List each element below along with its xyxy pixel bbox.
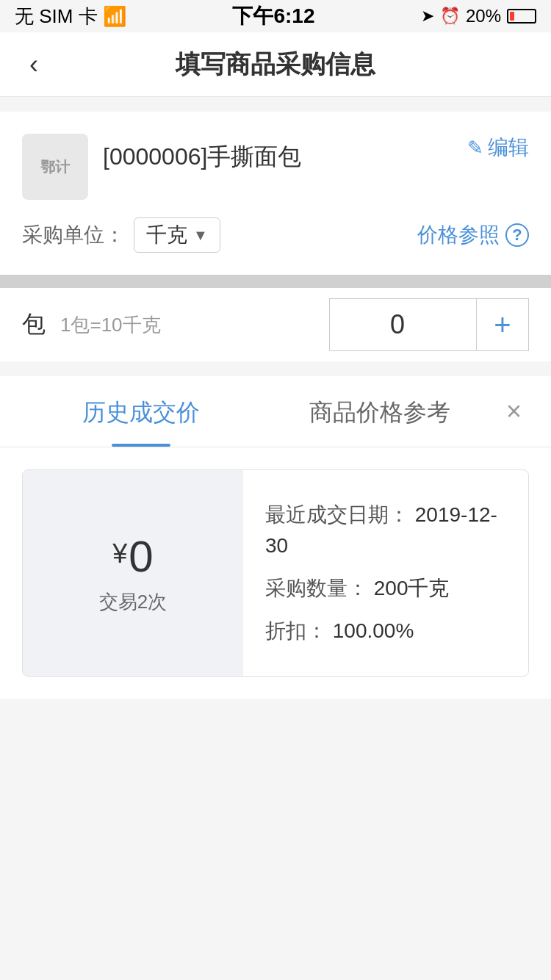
recent-date-label: 最近成交日期：: [265, 503, 409, 526]
price-trades: 交易2次: [99, 589, 167, 615]
status-carrier: 无 SIM 卡 📶: [15, 4, 126, 29]
status-right-group: ➤ ⏰ 20%: [421, 6, 536, 26]
tabs-header: 历史成交价 商品价格参考 ×: [0, 376, 551, 447]
plus-icon: +: [494, 309, 511, 342]
unit-label: 采购单位：: [22, 221, 125, 249]
back-icon: ‹: [29, 49, 38, 79]
unit-selector[interactable]: 千克 ▼: [134, 217, 220, 253]
back-button[interactable]: ‹: [22, 42, 46, 87]
battery-icon: [507, 9, 536, 24]
discount-value: 100.00%: [333, 619, 414, 642]
price-ref-help-icon: ?: [505, 223, 529, 247]
edit-button[interactable]: ✎ 编辑: [467, 134, 529, 162]
quantity-label: 采购数量：: [265, 577, 368, 599]
product-info: 鄂计 [0000006]手撕面包: [22, 134, 301, 200]
discount-row: 折扣： 100.00%: [265, 616, 506, 646]
tab-reference-label: 商品价格参考: [309, 399, 450, 425]
quantity-control: +: [329, 298, 529, 351]
product-unit-row: 采购单位： 千克 ▼ 价格参照 ?: [22, 217, 529, 253]
alarm-icon: ⏰: [440, 7, 460, 26]
currency-symbol: ¥: [112, 538, 127, 569]
tabs-section: 历史成交价 商品价格参考 × ¥ 0 交易2次 最近成交日期： 2019-12-…: [0, 376, 551, 699]
section-divider: [0, 275, 551, 288]
purchase-quantity-row: 采购数量： 200千克: [265, 573, 506, 604]
edit-label: 编辑: [488, 134, 529, 162]
product-avatar: 鄂计: [22, 134, 88, 200]
close-icon: ×: [506, 396, 522, 426]
price-amount: ¥ 0: [112, 531, 153, 582]
unit-value: 千克: [146, 221, 187, 249]
unit-conversion: 1包=10千克: [60, 312, 161, 338]
edit-icon: ✎: [467, 137, 483, 159]
quantity-row: 包 1包=10千克 +: [0, 288, 551, 361]
discount-label: 折扣：: [265, 619, 327, 642]
battery-percent: 20%: [466, 6, 501, 26]
price-reference-button[interactable]: 价格参照 ?: [417, 221, 529, 249]
recent-date-row: 最近成交日期： 2019-12-30: [265, 500, 506, 561]
price-card: ¥ 0 交易2次 最近成交日期： 2019-12-30 采购数量： 200千克 …: [22, 469, 529, 677]
unit-dropdown-icon: ▼: [193, 227, 208, 244]
tabs-close-button[interactable]: ×: [499, 396, 529, 427]
avatar-text: 鄂计: [40, 157, 70, 177]
status-time: 下午6:12: [232, 2, 314, 30]
status-bar: 无 SIM 卡 📶 下午6:12 ➤ ⏰ 20%: [0, 0, 551, 32]
tab-history-price[interactable]: 历史成交价: [22, 376, 260, 447]
quantity-unit-info: 包 1包=10千克: [22, 309, 161, 341]
quantity-plus-button[interactable]: +: [476, 298, 529, 351]
product-name: [0000006]手撕面包: [103, 134, 301, 173]
product-section: 鄂计 [0000006]手撕面包 ✎ 编辑 采购单位： 千克 ▼ 价格参照 ?: [0, 112, 551, 275]
quantity-input[interactable]: [329, 298, 476, 351]
tab-history-label: 历史成交价: [82, 399, 200, 425]
price-card-container: ¥ 0 交易2次 最近成交日期： 2019-12-30 采购数量： 200千克 …: [0, 447, 551, 699]
nav-bar: ‹ 填写商品采购信息: [0, 32, 551, 97]
price-card-left: ¥ 0 交易2次: [23, 470, 243, 676]
quantity-value: 200千克: [374, 577, 450, 599]
price-ref-label: 价格参照: [417, 221, 500, 249]
price-value: 0: [129, 531, 153, 582]
unit-badge: 包: [22, 309, 46, 341]
tab-active-underline: [112, 444, 170, 447]
price-card-right: 最近成交日期： 2019-12-30 采购数量： 200千克 折扣： 100.0…: [243, 470, 528, 676]
page-title: 填写商品采购信息: [176, 48, 375, 82]
tab-price-reference[interactable]: 商品价格参考: [260, 376, 498, 447]
product-header: 鄂计 [0000006]手撕面包 ✎ 编辑: [22, 134, 529, 200]
location-icon: ➤: [421, 7, 434, 26]
main-content: [0, 699, 551, 980]
